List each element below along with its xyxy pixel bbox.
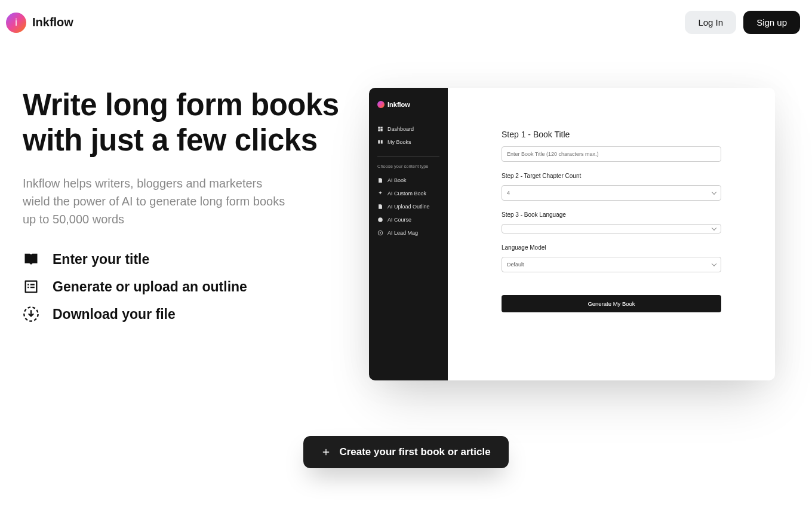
preview-brand-logo-icon xyxy=(377,101,385,108)
list-icon xyxy=(23,278,39,295)
preview-nav-label: AI Book xyxy=(387,177,407,183)
preview-title-input xyxy=(502,146,721,162)
preview-generate-button: Generate My Book xyxy=(502,295,721,312)
step-label: Download your file xyxy=(53,306,176,322)
upload-icon xyxy=(377,204,383,210)
preview-main: Step 1 - Book Title Step 2 - Target Chap… xyxy=(448,88,775,380)
step-label: Enter your title xyxy=(53,251,149,268)
step-item: Enter your title xyxy=(23,251,345,268)
preview-lm-label: Language Model xyxy=(502,244,721,251)
preview-section-label: Choose your content type xyxy=(375,160,442,174)
preview-nav-dashboard: Dashboard xyxy=(375,122,442,136)
preview-nav-custombook: AI Custom Book xyxy=(375,187,442,200)
books-icon xyxy=(377,139,383,145)
preview-nav-label: AI Custom Book xyxy=(387,191,426,196)
preview-step3-label: Step 3 - Book Language xyxy=(502,211,721,218)
preview-language-select xyxy=(502,224,721,234)
preview-divider xyxy=(377,156,439,156)
preview-brand-name: Inkflow xyxy=(387,101,410,108)
step-item: Generate or upload an outline xyxy=(23,278,345,295)
dashboard-icon xyxy=(377,126,383,132)
hero-title: Write long form books with just a few cl… xyxy=(23,88,345,158)
preview-nav-label: My Books xyxy=(387,139,411,145)
preview-lm-select: Default xyxy=(502,257,721,272)
sparkle-icon xyxy=(377,191,383,196)
hero-section: Write long form books with just a few cl… xyxy=(0,34,812,322)
login-button[interactable]: Log In xyxy=(685,11,736,34)
header-actions: Log In Sign up xyxy=(685,11,800,34)
preview-nav-label: AI Course xyxy=(387,217,411,223)
preview-nav-label: AI Upload Outline xyxy=(387,204,430,210)
book-open-icon xyxy=(23,251,39,268)
download-icon xyxy=(23,306,39,322)
preview-nav-mybooks: My Books xyxy=(375,136,442,149)
preview-chapter-select: 4 xyxy=(502,185,721,201)
preview-nav-label: Dashboard xyxy=(387,126,414,132)
preview-nav-leadmag: AI Lead Mag xyxy=(375,226,442,239)
signup-button[interactable]: Sign up xyxy=(743,11,800,34)
preview-sidebar: Inkflow Dashboard My Books Choose your c… xyxy=(369,88,448,380)
site-header: i Inkflow Log In Sign up xyxy=(0,0,812,34)
brand-name: Inkflow xyxy=(32,16,73,29)
hero-copy: Write long form books with just a few cl… xyxy=(23,88,345,322)
preview-step2-label: Step 2 - Target Chapter Count xyxy=(502,173,721,179)
brand-logo-icon: i xyxy=(6,13,26,33)
hero-subtitle: Inkflow helps writers, bloggers and mark… xyxy=(23,174,285,228)
preview-chapter-value: 4 xyxy=(507,190,510,196)
preview-nav-uploadoutline: AI Upload Outline xyxy=(375,200,442,213)
cta-wrap: Create your first book or article xyxy=(0,436,812,468)
step-label: Generate or upload an outline xyxy=(53,279,247,295)
course-icon xyxy=(377,217,383,223)
file-icon xyxy=(377,177,383,183)
preview-lm-value: Default xyxy=(507,262,524,268)
preview-brand: Inkflow xyxy=(377,101,442,108)
step-item: Download your file xyxy=(23,306,345,322)
cta-label: Create your first book or article xyxy=(339,446,490,458)
plus-icon xyxy=(321,447,331,457)
preview-nav-course: AI Course xyxy=(375,213,442,226)
create-book-button[interactable]: Create your first book or article xyxy=(303,436,508,468)
app-preview: Inkflow Dashboard My Books Choose your c… xyxy=(369,88,775,380)
preview-step1-title: Step 1 - Book Title xyxy=(502,130,721,139)
arrow-circle-icon xyxy=(377,230,383,236)
svg-point-1 xyxy=(378,217,383,222)
brand-logo-letter: i xyxy=(15,17,17,28)
preview-nav-label: AI Lead Mag xyxy=(387,230,418,236)
hero-steps: Enter your title Generate or upload an o… xyxy=(23,251,345,322)
brand[interactable]: i Inkflow xyxy=(6,13,73,33)
preview-wrap: Inkflow Dashboard My Books Choose your c… xyxy=(369,88,812,322)
preview-nav-aibook: AI Book xyxy=(375,174,442,187)
